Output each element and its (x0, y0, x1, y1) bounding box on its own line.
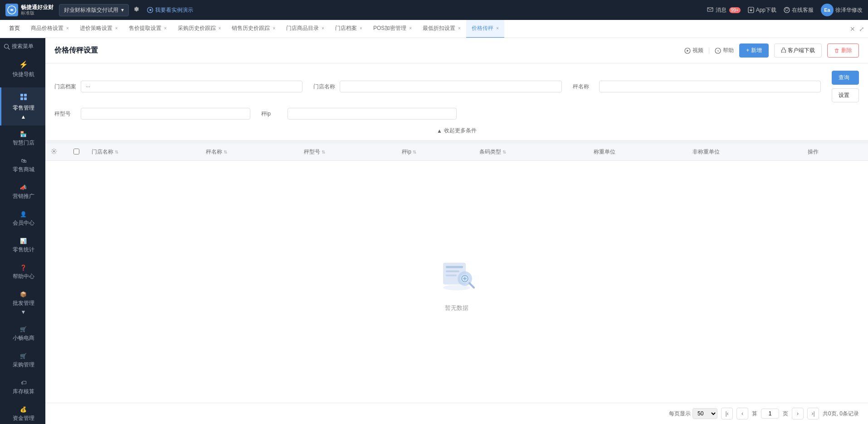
svg-text:?: ? (717, 49, 719, 53)
video-help-link[interactable]: 视频 (684, 47, 703, 54)
scale-model-sort-icon: ⇅ (322, 149, 325, 154)
quick-nav-icon: ⚡ (19, 60, 28, 69)
tab-close-goods-price[interactable]: × (66, 26, 69, 31)
filter-section: 门店档案 ··· 门店名称 秤名称 查询 (45, 63, 868, 140)
sidebar-item-smart-store[interactable]: 🏪 智慧门店 (0, 125, 45, 152)
sidebar-item-inventory[interactable]: 🏷 库存核算 (0, 374, 45, 401)
tab-expand-icon[interactable]: ⤢ (859, 25, 864, 33)
sidebar-item-purchase-mgmt[interactable]: 🛒 采购管理 (0, 347, 45, 374)
tab-close-purchase-strategy[interactable]: × (115, 26, 118, 31)
scale-name-input[interactable] (599, 81, 821, 92)
online-service-button[interactable]: 在线客服 (784, 6, 814, 14)
tab-pos-encrypt[interactable]: POS加密管理 × (368, 20, 417, 38)
empty-state-icon (434, 251, 479, 297)
sidebar-search[interactable]: 搜索菜单 (0, 38, 45, 55)
store-file-selector[interactable]: ··· (81, 81, 302, 92)
filter-store-name: 门店名称 (313, 81, 561, 92)
query-button[interactable]: 查询 (832, 71, 859, 85)
purchase-mgmt-icon: 🛒 (20, 353, 27, 359)
help-divider (709, 48, 709, 54)
empty-state: 暂无数据 (45, 161, 868, 403)
scale-model-input[interactable] (81, 108, 250, 120)
tab-bar: 首页 商品价格设置 × 进价策略设置 × 售价提取设置 × 采购历史价跟踪 × … (0, 20, 868, 38)
filter-store-file: 门店档案 ··· (54, 81, 302, 92)
th-operations: 操作 (802, 144, 868, 161)
topbar-settings-button[interactable] (132, 5, 140, 14)
demo-link[interactable]: 我要看实例演示 (147, 6, 193, 14)
svg-point-14 (443, 285, 470, 290)
first-page-button[interactable]: |‹ (721, 408, 733, 419)
tab-store-files[interactable]: 门店档案 × (330, 20, 368, 38)
help-link[interactable]: ? 帮助 (715, 47, 734, 54)
scale-ip-sort-icon: ⇅ (413, 149, 416, 154)
th-scale-name[interactable]: 秤名称 ⇅ (200, 144, 298, 161)
th-checkbox (68, 144, 86, 161)
tab-close-sales-history[interactable]: × (273, 26, 275, 31)
delete-button[interactable]: 删除 (827, 43, 859, 58)
th-scale-model[interactable]: 秤型号 ⇅ (298, 144, 396, 161)
store-file-label: 门店档案 (54, 83, 77, 91)
pagination-bar: 每页显示 50 10 20 100 |‹ ‹ 算 页 › ›| (45, 403, 868, 424)
scale-ip-input[interactable] (288, 108, 457, 120)
filter-scale-name: 秤名称 (573, 81, 821, 92)
page-size-select: 每页显示 50 10 20 100 (669, 408, 717, 419)
tab-close-min-discount[interactable]: × (458, 26, 461, 31)
th-scale-ip[interactable]: 秤ip ⇅ (396, 144, 474, 161)
help-center-icon: ❓ (20, 265, 27, 271)
retail-mall-icon: 🛍 (21, 158, 26, 164)
main-layout: 搜索菜单 ⚡ 快捷导航 零售管理 ▲ 🏪 智慧门店 🛍 零售商城 📣 营销推广 … (0, 38, 868, 424)
th-store-name[interactable]: 门店名称 ⇅ (86, 144, 200, 161)
last-page-button[interactable]: ›| (807, 408, 819, 419)
tab-min-discount[interactable]: 最低折扣设置 × (417, 20, 466, 38)
version-selector[interactable]: 好业财标准版交付试用 ▾ (59, 4, 129, 16)
sidebar-item-retail-mall[interactable]: 🛍 零售商城 (0, 152, 45, 179)
tab-close-store-catalog[interactable]: × (322, 26, 324, 31)
sidebar-item-marketing[interactable]: 📣 营销推广 (0, 179, 45, 206)
select-all-checkbox[interactable] (73, 149, 79, 154)
top-bar: 畅捷通好业财 标准版 好业财标准版交付试用 ▾ 我要看实例演示 消息 99+ A… (0, 0, 868, 20)
sidebar-item-quick-nav[interactable]: ⚡ 快捷导航 (0, 55, 45, 84)
chevron-down-icon: ▾ (121, 7, 124, 13)
tab-store-catalog[interactable]: 门店商品目录 × (281, 20, 330, 38)
tab-home[interactable]: 首页 (4, 20, 25, 38)
messages-button[interactable]: 消息 99+ (707, 6, 741, 14)
setup-button[interactable]: 设置 (832, 88, 859, 102)
tab-close-price-scale[interactable]: × (496, 26, 499, 31)
tab-goods-price[interactable]: 商品价格设置 × (25, 20, 74, 38)
tab-close-store-files[interactable]: × (360, 26, 362, 31)
prev-page-button[interactable]: ‹ (736, 408, 748, 419)
user-menu-button[interactable]: Ea 徐泽华修改 (821, 4, 863, 16)
collapse-button[interactable]: ▲ 收起更多条件 (437, 127, 477, 135)
sidebar-item-retail-stats[interactable]: 📊 零售统计 (0, 232, 45, 259)
sidebar-item-retail-mgmt[interactable]: 零售管理 ▲ (0, 87, 45, 125)
th-barcode-type[interactable]: 条码类型 ⇅ (474, 144, 588, 161)
tab-close-window-icon[interactable]: ✕ (850, 25, 855, 33)
tab-sale-price[interactable]: 售价提取设置 × (123, 20, 172, 38)
empty-text: 暂无数据 (445, 304, 468, 312)
sidebar-item-wholesale-mgmt[interactable]: 📦 批发管理 ▼ (0, 286, 45, 321)
app-download-button[interactable]: App下载 (748, 6, 776, 14)
member-center-icon: 👤 (20, 211, 27, 217)
sidebar-item-help-center[interactable]: ❓ 帮助中心 (0, 259, 45, 286)
next-page-button[interactable]: › (792, 408, 804, 419)
tab-purchase-strategy[interactable]: 进价策略设置 × (74, 20, 123, 38)
tab-purchase-history[interactable]: 采购历史价跟踪 × (172, 20, 227, 38)
sidebar-item-finance[interactable]: 💰 资金管理 (0, 401, 45, 424)
tab-sales-history[interactable]: 销售历史价跟踪 × (226, 20, 281, 38)
export-button[interactable]: 凸 客户端下载 (774, 43, 822, 58)
filter-scale-model: 秤型号 (54, 108, 250, 120)
store-name-input[interactable] (340, 81, 561, 92)
add-button[interactable]: + 新增 (739, 43, 768, 58)
scale-model-label: 秤型号 (54, 110, 77, 118)
tab-price-scale[interactable]: 价格传秤 × (466, 20, 504, 38)
svg-rect-6 (20, 94, 23, 96)
tab-close-sale-price[interactable]: × (164, 26, 167, 31)
page-number-input[interactable] (761, 409, 779, 419)
total-records-text: 共0页, 0条记录 (823, 410, 859, 418)
tab-close-pos-encrypt[interactable]: × (409, 26, 412, 31)
tab-close-purchase-history[interactable]: × (219, 26, 221, 31)
sidebar-item-member-center[interactable]: 👤 会员中心 (0, 206, 45, 232)
retail-mgmt-arrow-icon: ▲ (21, 114, 26, 120)
sidebar-item-xiaochang-ec[interactable]: 🛒 小畅电商 (0, 321, 45, 347)
page-size-dropdown[interactable]: 50 10 20 100 (692, 408, 717, 419)
